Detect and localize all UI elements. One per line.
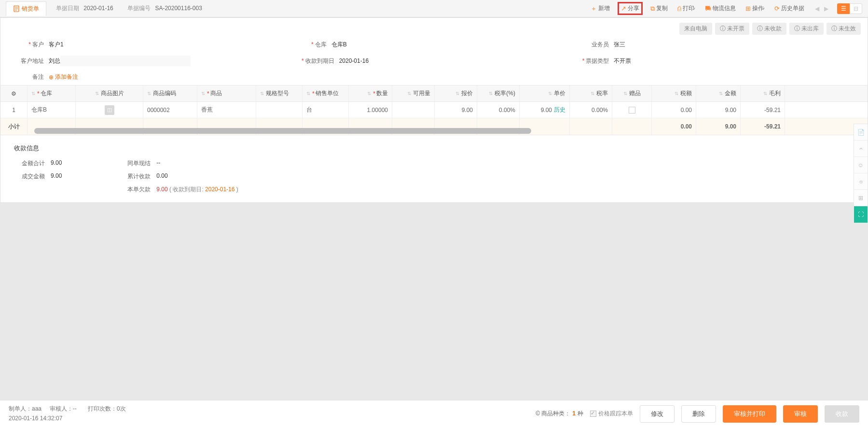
sort-icon: ⇅ (407, 91, 411, 96)
col-warehouse[interactable]: ⇅*仓库 (28, 85, 76, 101)
dock-item-attach[interactable]: 𝄐 (854, 141, 868, 157)
sort-icon: ⇅ (548, 91, 552, 96)
add-remark-link[interactable]: ⊕添加备注 (49, 73, 78, 81)
logistics-button[interactable]: ⛟物流信息 (703, 3, 738, 14)
col-avail[interactable]: ⇅可用量 (392, 85, 435, 101)
history-button[interactable]: ⟳历史单据 (772, 3, 806, 14)
dock-item-user[interactable]: ⍟ (854, 173, 868, 190)
settle-label: 同单现结 (120, 159, 151, 168)
price-follow[interactable]: 价格跟踪本单 (590, 410, 633, 418)
col-taxamt[interactable]: ⇅税额 (652, 85, 696, 101)
col-amount[interactable]: ⇅金额 (696, 85, 741, 101)
row-quote: 9.00 (435, 102, 477, 118)
dock-expand[interactable]: ⛶ (854, 206, 868, 223)
deal-label: 成交金额 (14, 172, 45, 181)
badge-source: 来自电脑 (679, 23, 712, 35)
col-unit[interactable]: ⇅*销售单位 (303, 85, 349, 101)
receive-button[interactable]: 收款 (825, 405, 859, 423)
col-product[interactable]: ⇅*商品 (197, 85, 256, 101)
row-code: 0000002 (143, 102, 197, 118)
tab-label: 销货单 (22, 5, 39, 13)
copy-button[interactable]: ⧉复制 (648, 3, 670, 14)
view-toggle: ☰ ⊟ (837, 3, 862, 14)
prints-label: 打印次数： (88, 405, 117, 412)
row-unit: 台 (303, 102, 349, 118)
col-profit[interactable]: ⇅毛利 (741, 85, 785, 101)
next-icon[interactable]: ▶ (824, 5, 828, 12)
prev-icon[interactable]: ◀ (815, 5, 819, 12)
chevron-down-icon: ▾ (693, 6, 695, 11)
badge-unpaid[interactable]: ⓘ未收款 (752, 23, 786, 35)
prints-value: 0次 (117, 405, 126, 412)
view-list-icon[interactable]: ☰ (837, 3, 850, 14)
dock-item-note[interactable]: 📄 (854, 124, 868, 141)
operate-button[interactable]: ⊞操作▾ (744, 3, 767, 14)
customer-label: *客户 (10, 41, 44, 49)
header-bar: 销货单 单据日期 2020-01-16 单据编号 SA-20200116-003… (0, 0, 868, 17)
table-subtotal: 小计 0.00 9.00 -59.21 (0, 118, 868, 135)
col-image[interactable]: ⇅商品图片 (76, 85, 143, 101)
subtotal-amount: 9.00 (696, 118, 741, 135)
row-gift (612, 102, 652, 118)
share-button[interactable]: ↗分享 (618, 2, 643, 15)
sku-count: © 商品种类：1种 (536, 410, 583, 418)
badge-uninvoiced[interactable]: ⓘ未开票 (715, 23, 749, 35)
sort-icon: ⇅ (489, 91, 493, 96)
duedate-value: 2020-01-16 (339, 57, 369, 64)
table-row[interactable]: 1 仓库B ◫ 0000002 香蕉 台 1.00000 9.00 0.00% … (0, 102, 868, 118)
dock-item-more[interactable]: ⊞ (854, 190, 868, 206)
auditor-value: -- (73, 405, 77, 412)
dock-item-help[interactable]: ☺ (854, 157, 868, 173)
col-qty[interactable]: ⇅*数量 (349, 85, 392, 101)
col-gift[interactable]: ⇅赠品 (612, 85, 652, 101)
attachment-icon: 𝄐 (859, 145, 863, 152)
gift-checkbox[interactable] (629, 107, 635, 114)
sales-value: 张三 (614, 41, 625, 49)
sort-icon: ⇅ (95, 91, 99, 96)
chevron-down-icon: ▾ (762, 6, 765, 11)
row-profit: -59.21 (741, 102, 785, 118)
modify-button[interactable]: 修改 (640, 405, 675, 423)
total-value: 9.00 (51, 159, 62, 168)
badge-unshipped[interactable]: ⓘ未出库 (789, 23, 824, 35)
warehouse-value: 仓库B (331, 41, 347, 49)
gear-cell[interactable]: ⚙ (0, 85, 28, 101)
plus-icon: ＋ (591, 4, 597, 13)
owed-value: 9.00 ( 收款到期日: 2020-01-16 ) (156, 185, 238, 194)
badge-ineffective[interactable]: ⓘ未生效 (827, 23, 861, 35)
deal-value: 9.00 (51, 172, 62, 181)
form-row-3: 备注 ⊕添加备注 (0, 70, 868, 85)
print-button[interactable]: ⎙打印▾ (675, 3, 697, 14)
col-disc[interactable]: ⇅税率(%) (477, 85, 520, 101)
subtotal-label: 小计 (0, 118, 28, 135)
col-tax[interactable]: ⇅税率 (570, 85, 612, 101)
main-panel: 来自电脑 ⓘ未开票 ⓘ未收款 ⓘ未出库 ⓘ未生效 *客户 客户1 *仓库 仓库B… (0, 17, 868, 203)
delete-button[interactable]: 删除 (681, 405, 716, 423)
info-icon: ⓘ (757, 25, 763, 33)
col-code[interactable]: ⇅商品编码 (143, 85, 197, 101)
horizontal-scrollbar[interactable] (34, 128, 531, 134)
view-detail-icon[interactable]: ⊟ (850, 3, 862, 14)
new-button[interactable]: ＋新增 (589, 3, 612, 14)
price-history-link[interactable]: 历史 (554, 106, 565, 114)
nav-arrows: ◀ ▶ (812, 5, 831, 12)
col-quote[interactable]: ⇅报价 (435, 85, 477, 101)
user-icon: ⍟ (859, 178, 863, 185)
audit-print-button[interactable]: 审核并打印 (723, 405, 776, 423)
doc-num-label: 单据编号 (127, 5, 151, 12)
price-follow-checkbox[interactable] (590, 411, 596, 417)
settle-value: -- (156, 159, 160, 168)
maker-value: aaa (32, 405, 41, 412)
sort-icon: ⇅ (675, 91, 678, 96)
audit-button[interactable]: 审核 (783, 405, 818, 423)
header-info: 单据日期 2020-01-16 单据编号 SA-20200116-003 (56, 4, 215, 13)
tab-sales-order[interactable]: 销货单 (6, 1, 46, 16)
footer-bar: 制单人：aaa 审核人：-- 打印次数：0次 2020-01-16 14:32:… (0, 400, 868, 427)
row-warehouse: 仓库B (28, 102, 76, 118)
col-spec[interactable]: ⇅规格型号 (256, 85, 303, 101)
payment-title: 收款信息 (14, 144, 854, 153)
gear-icon: ⚙ (11, 90, 16, 97)
col-price[interactable]: ⇅单价 (520, 85, 570, 101)
sort-icon: ⇅ (201, 91, 205, 96)
addr-value: 刘总 (49, 57, 60, 65)
